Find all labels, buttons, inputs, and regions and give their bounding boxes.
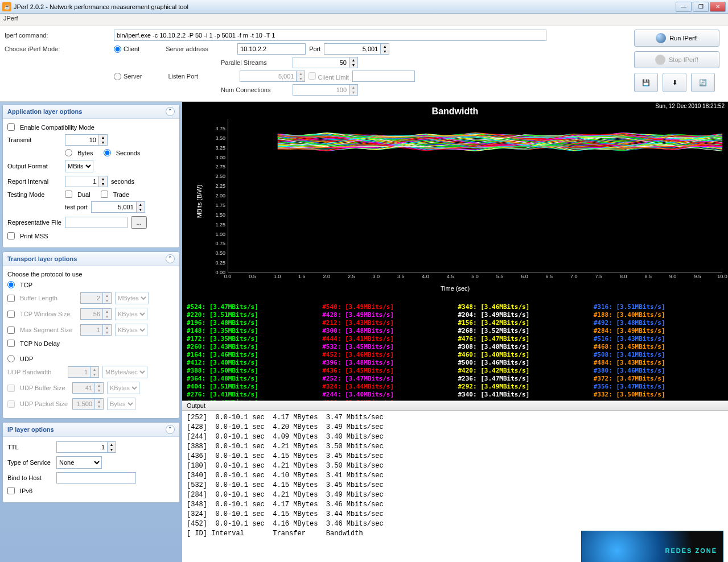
tcp-radio[interactable]	[7, 281, 15, 288]
nodelay-check[interactable]	[7, 340, 15, 347]
numconn-spinner: ▲▼	[349, 84, 358, 96]
legend-item: #340: [3.41MBits/s]	[458, 391, 588, 399]
bind-field[interactable]	[56, 472, 136, 484]
maxseg-field	[80, 324, 103, 336]
legend-item: #540: [3.49MBits/s]	[322, 303, 452, 311]
testmode-label: Testing Mode	[7, 191, 61, 198]
compat-check[interactable]	[7, 123, 15, 131]
dual-check[interactable]	[65, 191, 72, 198]
transmit-field[interactable]	[65, 134, 99, 146]
outfmt-select[interactable]: MBits	[65, 160, 93, 172]
winsize-check[interactable]	[7, 311, 15, 318]
udppkt-unit: Bytes	[107, 398, 135, 410]
ttl-field[interactable]	[56, 441, 108, 453]
udp-radio[interactable]	[7, 355, 15, 362]
maxseg-check[interactable]	[7, 327, 15, 334]
chart-legend: #524: [3.47MBits/s]#220: [3.51MBits/s]#1…	[182, 301, 728, 400]
testport-field[interactable]	[91, 201, 137, 213]
legend-item: #468: [3.45MBits/s]	[594, 343, 723, 351]
collapse-icon[interactable]: ⌃	[166, 425, 175, 434]
udpbw-unit: MBytes/sec	[102, 366, 147, 378]
printmss-label: Print MSS	[20, 233, 48, 239]
trade-check[interactable]	[101, 191, 108, 198]
server-addr-field[interactable]	[237, 43, 306, 55]
udpbuf-check	[7, 385, 15, 392]
watermark-logo: REDES ZONE	[581, 531, 723, 562]
udppkt-label: UDP Packet Size	[20, 400, 69, 407]
choose-proto-label: Choose the protocol to use	[7, 271, 82, 278]
export-button[interactable]: ⬇	[663, 73, 686, 92]
app-layer-panel: Application layer options⌃ Enable Compat…	[2, 104, 180, 248]
stop-label: Stop IPerf!	[669, 56, 698, 63]
repfile-field[interactable]	[65, 217, 127, 228]
repfile-label: Representative File	[7, 219, 61, 226]
ipv6-check[interactable]	[7, 487, 15, 494]
window-title: JPerf 2.0.2 - Network performance measur…	[14, 3, 674, 10]
browse-button[interactable]: ...	[131, 216, 147, 229]
tcp-label: TCP	[20, 282, 32, 288]
legend-item: #388: [3.50MBits/s]	[187, 367, 316, 375]
parallel-label: Parallel Streams	[221, 59, 289, 66]
close-button[interactable]: ✕	[710, 2, 726, 12]
legend-item: #292: [3.49MBits/s]	[458, 383, 588, 391]
legend-item: #436: [3.45MBits/s]	[322, 367, 452, 375]
bytes-radio[interactable]	[65, 149, 72, 156]
legend-item: #356: [3.47MBits/s]	[594, 383, 723, 391]
client-radio[interactable]	[114, 46, 121, 53]
save-icon: 💾	[642, 79, 650, 86]
run-button[interactable]: Run IPerf!	[634, 30, 719, 47]
parallel-spinner[interactable]: ▲▼	[349, 57, 358, 68]
collapse-icon[interactable]: ⌃	[166, 107, 175, 116]
reportint-spinner[interactable]: ▲▼	[99, 176, 108, 187]
legend-item: #300: [3.48MBits/s]	[322, 327, 452, 335]
client-label: Client	[124, 46, 139, 52]
minimize-button[interactable]: —	[676, 2, 692, 12]
stop-icon	[655, 55, 665, 65]
legend-item: #332: [3.50MBits/s]	[594, 391, 723, 399]
java-icon: ☕	[2, 2, 11, 11]
listen-port-spinner: ▲▼	[297, 71, 305, 82]
bytes-label: Bytes	[77, 150, 93, 156]
udpbuf-field	[72, 382, 95, 394]
legend-item: #460: [3.40MBits/s]	[458, 351, 588, 359]
transport-panel: Transport layer options⌃ Choose the prot…	[2, 251, 180, 419]
legend-item: #164: [3.46MBits/s]	[187, 351, 316, 359]
printmss-check[interactable]	[7, 232, 15, 239]
save-button[interactable]: 💾	[634, 73, 658, 92]
buflen-unit: MBytes	[115, 292, 149, 304]
port-field[interactable]	[324, 43, 381, 55]
legend-item: #188: [3.40MBits/s]	[594, 311, 723, 319]
tos-select[interactable]: None	[56, 456, 102, 469]
udpbw-field	[68, 366, 91, 378]
reportint-field[interactable]	[65, 176, 99, 187]
legend-item: #492: [3.48MBits/s]	[594, 319, 723, 327]
server-label: Server	[124, 73, 142, 80]
seconds-radio[interactable]	[104, 149, 111, 156]
parallel-field[interactable]	[293, 57, 349, 68]
maximize-button[interactable]: ❐	[693, 2, 709, 12]
legend-item: #196: [3.48MBits/s]	[187, 319, 316, 327]
refresh-button[interactable]: 🔄	[691, 73, 715, 92]
winsize-field	[80, 308, 103, 320]
legend-item: #452: [3.46MBits/s]	[322, 351, 452, 359]
legend-item: #532: [3.45MBits/s]	[322, 343, 452, 351]
testport-spinner[interactable]: ▲▼	[137, 201, 145, 213]
legend-item: #220: [3.51MBits/s]	[187, 311, 316, 319]
legend-item: #516: [3.43MBits/s]	[594, 335, 723, 343]
menu-bar[interactable]: JPerf	[0, 14, 728, 26]
transmit-spinner[interactable]: ▲▼	[99, 134, 108, 146]
ttl-spinner[interactable]: ▲▼	[108, 441, 116, 453]
output-tab[interactable]: Output	[182, 401, 728, 411]
buflen-label: Buffer Length	[20, 295, 77, 301]
y-ticks: 0.000.250.500.751.001.251.501.752.002.25…	[211, 119, 227, 272]
port-spinner[interactable]: ▲▼	[381, 43, 389, 55]
iperf-cmd-field[interactable]	[114, 30, 546, 41]
run-icon	[656, 33, 666, 43]
legend-item: #444: [3.41MBits/s]	[322, 335, 452, 343]
collapse-icon[interactable]: ⌃	[166, 254, 175, 263]
legend-item: #508: [3.41MBits/s]	[594, 351, 723, 359]
buflen-check[interactable]	[7, 295, 15, 302]
server-radio[interactable]	[114, 73, 121, 80]
refresh-icon: 🔄	[699, 79, 707, 86]
legend-item: #500: [3.46MBits/s]	[458, 359, 588, 367]
